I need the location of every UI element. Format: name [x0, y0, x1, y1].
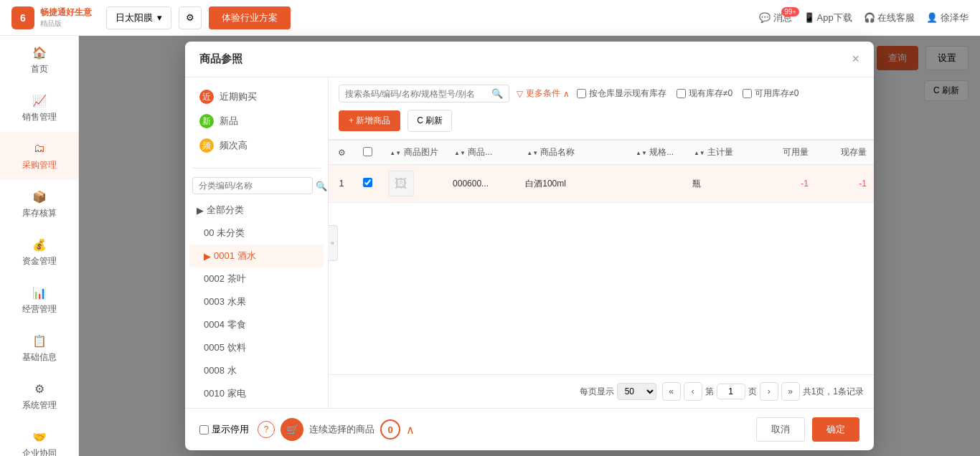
check-available-input[interactable] — [677, 89, 686, 98]
check-by-warehouse-input[interactable] — [577, 89, 586, 98]
sidebar-item-purchase[interactable]: 🗂 采购管理 — [0, 132, 78, 180]
pagination: 每页显示 50 10 20 100 « ‹ 第 — [329, 374, 874, 408]
product-search-input[interactable] — [345, 89, 489, 99]
sidebar-item-finance[interactable]: 💰 资金管理 — [0, 228, 78, 276]
page-last-button[interactable]: » — [781, 382, 800, 401]
operations-icon: 📊 — [32, 285, 47, 300]
check-available-nonzero[interactable]: 现有库存≠0 — [677, 87, 732, 100]
sidebar-item-sales[interactable]: 📈 销售管理 — [0, 84, 78, 132]
col-unit-header[interactable]: ▲▼ 主计量 — [685, 141, 743, 165]
sidebar-item-operations[interactable]: 📊 经营管理 — [0, 276, 78, 324]
sidebar-item-basic-info[interactable]: 📋 基础信息 — [0, 324, 78, 372]
category-item-drinks[interactable]: 0005 饮料 — [189, 336, 324, 359]
cart-count: 0 — [380, 419, 400, 440]
category-item-all[interactable]: ▶ 全部分类 — [189, 199, 324, 222]
category-item-water[interactable]: 0008 水 — [189, 359, 324, 382]
category-item-uncategorized[interactable]: 00 未分类 — [189, 222, 324, 244]
category-item-snacks[interactable]: 0004 零食 — [189, 313, 324, 336]
col-code-header[interactable]: ▲▼ 商品... — [446, 141, 518, 165]
finance-icon: 💰 — [32, 237, 47, 252]
product-search-icon[interactable]: 🔍 — [491, 88, 503, 99]
check-usable-input[interactable] — [743, 89, 752, 98]
sidebar-item-system[interactable]: ⚙ 系统管理 — [0, 372, 78, 420]
select-all-checkbox[interactable] — [363, 147, 372, 156]
sidebar-item-label: 库存核算 — [22, 207, 57, 219]
dialog-close-button[interactable]: × — [852, 52, 859, 67]
sidebar-item-label: 销售管理 — [22, 111, 57, 123]
sidebar-item-label: 经营管理 — [22, 303, 57, 315]
collapse-cart-button[interactable]: ∧ — [406, 423, 415, 437]
sidebar-item-label: 基础信息 — [22, 351, 57, 364]
inventory-icon: 📦 — [32, 189, 47, 204]
category-search-icon[interactable]: 🔍 — [316, 181, 327, 191]
category-search-input[interactable] — [192, 177, 313, 194]
col-stock-header[interactable]: 现存量 — [816, 141, 874, 165]
page-first-button[interactable]: « — [662, 382, 681, 401]
sort-arrows-code: ▲▼ — [453, 147, 466, 157]
row-name: 白酒100ml — [518, 165, 627, 203]
quick-item-recent[interactable]: 近 近期购买 — [192, 85, 321, 109]
basic-info-icon: 📋 — [32, 333, 47, 348]
collapse-panel-button[interactable]: « — [328, 225, 338, 261]
page-number-input[interactable] — [717, 384, 745, 399]
cancel-button[interactable]: 取消 — [756, 417, 805, 442]
app-download-link[interactable]: 📱 App下载 — [804, 11, 852, 24]
product-thumbnail: 🖼 — [388, 171, 414, 196]
more-filter-button[interactable]: ▽ 更多条件 ∧ — [517, 87, 570, 100]
show-disabled-input[interactable] — [199, 425, 209, 434]
add-product-button[interactable]: + 新增商品 — [339, 110, 400, 131]
per-page-dropdown[interactable]: 50 10 20 100 — [617, 383, 656, 400]
industry-solution-button[interactable]: 体验行业方案 — [209, 6, 291, 29]
purchase-icon: 🗂 — [32, 141, 47, 156]
check-by-warehouse[interactable]: 按仓库显示现有库存 — [577, 87, 666, 100]
sidebar-item-home[interactable]: 🏠 首页 — [0, 36, 78, 84]
online-service-link[interactable]: 🎧 在线客服 — [864, 11, 915, 24]
filter-checkboxes: 按仓库显示现有库存 现有库存≠0 可用库存≠0 — [577, 87, 799, 100]
quick-item-new[interactable]: 新 新品 — [192, 109, 321, 133]
sidebar-item-inventory[interactable]: 📦 库存核算 — [0, 180, 78, 228]
sidebar-item-label: 首页 — [31, 63, 48, 75]
footer-buttons: 取消 确定 — [756, 417, 859, 442]
row-img: 🖼 — [381, 165, 446, 203]
col-avail-header[interactable]: 可用量 — [743, 141, 816, 165]
messages-area[interactable]: 💬 消息 99+ — [759, 11, 792, 24]
system-icon: ⚙ — [32, 381, 47, 396]
row-checkbox[interactable] — [363, 178, 372, 187]
logo-icon: 6 — [11, 6, 34, 29]
page-next-button[interactable]: › — [760, 382, 778, 401]
row-code: 000600... — [446, 165, 518, 203]
sidebar-item-cooperation[interactable]: 🤝 企业协同 — [0, 420, 78, 456]
chevron-down-icon: ▾ — [157, 12, 162, 23]
col-spec-header[interactable]: ▲▼ 规格... — [627, 141, 685, 165]
dialog-header: 商品参照 × — [185, 42, 874, 77]
home-icon: 🏠 — [32, 44, 47, 60]
page-prev-button[interactable]: ‹ — [684, 382, 702, 401]
sidebar-item-label: 系统管理 — [22, 399, 57, 412]
sort-arrows-name: ▲▼ — [525, 147, 538, 157]
nav-dropdown[interactable]: 日太阳膜 ▾ — [106, 6, 171, 29]
category-item-tea[interactable]: 0002 茶叶 — [189, 267, 324, 290]
row-stock: -1 — [816, 165, 874, 203]
quick-item-frequent[interactable]: 频 频次高 — [192, 133, 321, 158]
user-avatar[interactable]: 👤 徐泽华 — [926, 11, 969, 24]
refresh-dialog-button[interactable]: C 刷新 — [407, 110, 452, 132]
dialog-toolbar: 🔍 ▽ 更多条件 ∧ 按仓库显示现有库存 — [329, 77, 874, 140]
confirm-button[interactable]: 确定 — [812, 417, 859, 442]
help-icon[interactable]: ? — [258, 421, 275, 438]
row-unit: 瓶 — [685, 165, 743, 203]
product-table-area: ⚙ ▲▼ 商品图片 — [329, 140, 874, 374]
show-disabled-checkbox: 显示停用 — [199, 423, 249, 436]
col-name-header[interactable]: ▲▼ 商品名称 — [518, 141, 627, 165]
cart-section: ? 🛒 连续选择的商品 0 ∧ — [258, 418, 748, 441]
per-page-select: 每页显示 50 10 20 100 — [580, 383, 656, 400]
category-item-appliance[interactable]: 0010 家电 — [189, 382, 324, 401]
expand-arrow-icon: ▶ — [204, 251, 211, 262]
sort-arrows-spec: ▲▼ — [634, 147, 647, 157]
category-item-fruit[interactable]: 0003 水果 — [189, 290, 324, 313]
dialog-right-panel: 🔍 ▽ 更多条件 ∧ 按仓库显示现有库存 — [329, 77, 874, 408]
table-row[interactable]: 1 🖼 000600... 白酒100ml — [329, 165, 874, 203]
settings-button[interactable]: ⚙ — [179, 6, 202, 29]
check-usable-nonzero[interactable]: 可用库存≠0 — [743, 87, 798, 100]
category-item-liquor[interactable]: ▶ 0001 酒水 — [189, 244, 324, 267]
top-nav: 6 畅捷通好生意 精品版 日太阳膜 ▾ ⚙ 体验行业方案 💬 消息 99+ 📱 … — [0, 0, 980, 36]
